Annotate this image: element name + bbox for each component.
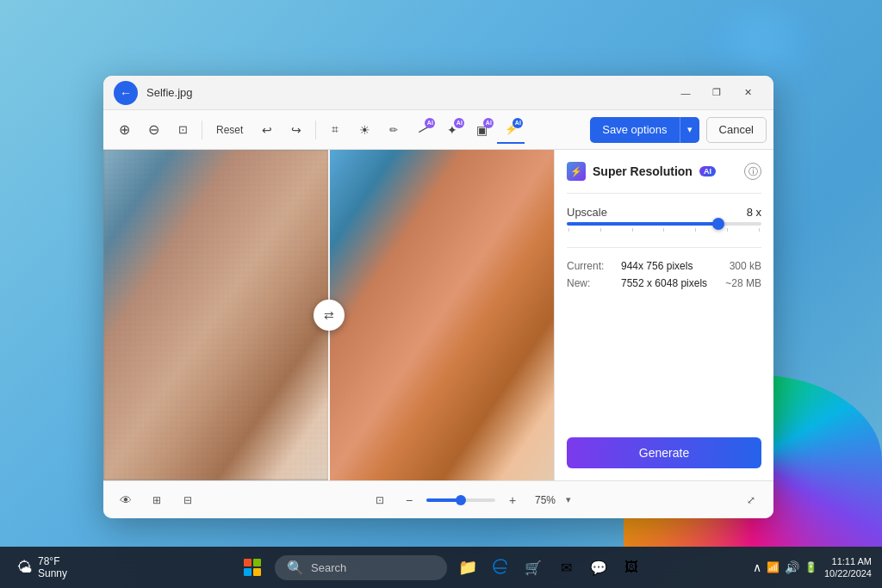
current-label: Current: (567, 260, 614, 272)
clock[interactable]: 11:11 AM 10/22/2024 (824, 555, 872, 580)
taskbar-app-mail[interactable]: ✉ (552, 554, 580, 581)
zoom-slider[interactable] (426, 498, 495, 502)
panel-title-row: ⚡ Super Resolution AI (567, 162, 716, 181)
markup-button[interactable]: ✏ (380, 116, 407, 144)
reset-button[interactable]: Reset (208, 121, 252, 139)
after-image (329, 150, 555, 480)
title-bar: ← Selfie.jpg — ❐ ✕ (103, 76, 773, 110)
zoom-slider-thumb[interactable] (456, 495, 466, 505)
before-image (103, 150, 329, 480)
layers-button[interactable]: ⊞ (145, 488, 169, 512)
new-stat-row: New: 7552 x 6048 pixels ~28 MB (567, 277, 761, 289)
screen-button[interactable]: ⊡ (368, 488, 392, 512)
new-size: ~28 MB (725, 277, 761, 289)
start-button[interactable] (237, 554, 268, 581)
zoom-out-button[interactable]: ⊖ (140, 116, 167, 144)
system-icons: ∧ 📶 🔊 🔋 (753, 560, 817, 574)
stats-section: Current: 944x 756 pixels 300 kB New: 755… (567, 260, 761, 289)
expand-button[interactable]: ⤢ (739, 488, 763, 512)
eye-icon: 👁 (120, 493, 132, 507)
save-options-button[interactable]: Save options (590, 117, 679, 143)
panel-divider-2 (567, 247, 761, 248)
toolbar: ⊕ ⊖ ⊡ Reset ↩ ↪ ⌗ ☀ ✏ / AI ✦ (103, 110, 773, 150)
zoom-out-bottom-button[interactable]: − (397, 488, 421, 512)
search-bar[interactable]: 🔍 (275, 555, 447, 580)
slider-tick (600, 228, 601, 232)
close-button[interactable]: ✕ (732, 81, 763, 105)
zoom-in-bottom-button[interactable]: + (500, 488, 525, 512)
current-stat-row: Current: 944x 756 pixels 300 kB (567, 260, 761, 272)
zoom-in-button[interactable]: ⊕ (110, 116, 138, 144)
taskbar-app-files[interactable]: 📁 (454, 554, 481, 581)
markup-icon: ✏ (389, 124, 398, 136)
battery-icon[interactable]: 🔋 (804, 561, 817, 573)
zoom-out-bottom-icon: − (406, 493, 413, 507)
taskbar-app-teams[interactable]: 💬 (585, 554, 612, 581)
network-icon[interactable]: 📶 (767, 561, 780, 573)
taskbar-app-edge[interactable] (487, 554, 514, 581)
crop-icon: ⌗ (332, 122, 339, 137)
upscale-slider[interactable] (567, 222, 761, 232)
view-mode-button[interactable]: 👁 (114, 488, 138, 512)
image-viewer[interactable]: ⇄ (103, 150, 554, 480)
ai-badge-erase: AI (425, 118, 435, 128)
brightness-icon: ☀ (359, 123, 370, 137)
taskbar-app-photos[interactable]: 🖼 (618, 554, 645, 581)
zoom-dropdown[interactable]: ▾ (566, 494, 571, 505)
volume-icon[interactable]: 🔊 (785, 560, 799, 574)
maximize-button[interactable]: ❐ (701, 81, 732, 105)
ai-badge-frames: AI (483, 118, 494, 128)
effects-button[interactable]: ✦ AI (438, 116, 466, 144)
new-pixels: 7552 x 6048 pixels (621, 277, 718, 289)
zoom-in-icon: ⊕ (119, 121, 130, 138)
brightness-button[interactable]: ☀ (351, 116, 378, 144)
panel-title: Super Resolution (593, 164, 693, 178)
crop-button[interactable]: ⌗ (321, 116, 349, 144)
current-size: 300 kB (730, 260, 761, 272)
taskbar: 🌤 78°F Sunny 🔍 📁 🛒 ✉ 💬 🖼 (0, 547, 882, 588)
redo-button[interactable]: ↪ (283, 116, 310, 144)
slider-tick (632, 228, 633, 232)
slider-track (567, 222, 761, 226)
undo-button[interactable]: ↩ (253, 116, 281, 144)
screen-icon: ⊡ (376, 494, 384, 506)
weather-icon: 🌤 (17, 559, 33, 577)
comparison-divider-handle[interactable]: ⇄ (314, 300, 345, 331)
super-resolution-button[interactable]: ⚡ AI (497, 116, 525, 144)
generate-button[interactable]: Generate (567, 437, 761, 468)
frames-button[interactable]: ▣ AI (468, 116, 495, 144)
desktop-glow (710, 9, 813, 77)
split-view-button[interactable]: ⊟ (176, 488, 200, 512)
info-button[interactable]: ⓘ (744, 163, 761, 180)
fit-icon: ⊡ (178, 123, 188, 136)
clock-date: 10/22/2024 (824, 567, 872, 579)
slider-fill (567, 222, 718, 226)
taskbar-apps: 📁 🛒 ✉ 💬 🖼 (454, 554, 645, 581)
ai-label: AI (699, 166, 716, 176)
slider-ticks (567, 228, 761, 232)
window-title: Selfie.jpg (146, 86, 662, 99)
cancel-button[interactable]: Cancel (706, 117, 767, 143)
slider-tick (695, 228, 696, 232)
zoom-controls: ⊡ − + 75% ▾ (368, 488, 571, 512)
save-options-group: Save options ▾ (590, 117, 699, 143)
slider-tick (727, 228, 728, 232)
slider-tick (663, 228, 664, 232)
weather-temp: 78°F (38, 555, 67, 567)
search-input[interactable] (311, 561, 414, 574)
toolbar-separator-2 (315, 121, 316, 139)
upscale-section: Upscale 8 x (567, 206, 761, 235)
window-controls: — ❐ ✕ (670, 81, 763, 105)
slider-thumb[interactable] (712, 218, 724, 230)
taskbar-app-store[interactable]: 🛒 (519, 554, 547, 581)
fit-to-window-button[interactable]: ⊡ (169, 116, 196, 144)
erase-button[interactable]: / AI (409, 116, 437, 144)
divider-arrows-icon: ⇄ (324, 308, 334, 322)
save-options-dropdown-button[interactable]: ▾ (680, 117, 699, 143)
up-arrow-icon[interactable]: ∧ (753, 560, 761, 574)
weather-condition: Sunny (38, 567, 67, 579)
back-button[interactable]: ← (114, 81, 138, 105)
minimize-button[interactable]: — (670, 81, 701, 105)
weather-widget[interactable]: 🌤 78°F Sunny (10, 552, 74, 584)
toolbar-separator-1 (202, 121, 202, 139)
